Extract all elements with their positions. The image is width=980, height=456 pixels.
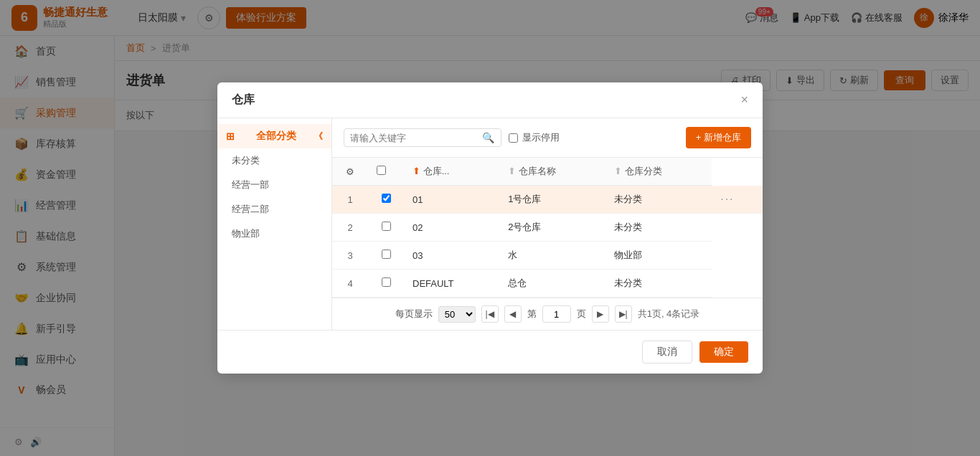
add-warehouse-button[interactable]: + 新增仓库 [686,127,751,148]
per-page-select[interactable]: 50 100 [438,306,476,323]
row-code: 01 [404,186,499,214]
cancel-button[interactable]: 取消 [642,341,692,364]
table-header-row: ⚙ ⬆ 仓库... ⬆ 仓库名称 [332,158,763,186]
row-category: 未分类 [606,186,712,214]
search-input[interactable] [350,133,479,143]
search-box: 🔍 [344,128,501,147]
table-row[interactable]: 4 DEFAULT 总仓 未分类 [332,270,763,298]
next-page-btn[interactable]: ▶ [592,305,609,323]
category-sidebar: ⊞ 全部分类 《 未分类 经营一部 经营二部 物业部 [217,118,332,330]
page-suffix: 页 [577,308,586,320]
row-code: 03 [404,242,499,270]
cat-item-ops1[interactable]: 经营一部 [217,173,331,197]
warehouse-modal: 仓库 × ⊞ 全部分类 《 未分类 经营一部 经营二部 [217,82,763,374]
cat-grid-icon: ⊞ [226,130,235,142]
row-name: 总仓 [499,270,606,298]
search-icon: 🔍 [482,132,494,143]
row-checkbox[interactable] [368,214,404,242]
row-category: 未分类 [606,214,712,242]
modal-main-panel: 🔍 显示停用 + 新增仓库 ⚙ [332,118,763,330]
modal-body: ⊞ 全部分类 《 未分类 经营一部 经营二部 物业部 [217,118,763,330]
row-actions[interactable]: ··· [712,186,763,214]
page-label: 第 [527,308,537,320]
row-category: 物业部 [606,242,712,270]
confirm-button[interactable]: 确定 [699,341,748,363]
col-name: ⬆ 仓库名称 [499,158,606,186]
cat-collapse-icon[interactable]: 《 [314,130,323,143]
select-all-checkbox[interactable] [377,166,386,175]
cat-all-label[interactable]: ⊞ 全部分类 《 [217,124,331,148]
sort-icon: ⬆ [413,166,420,176]
row-name: 1号仓库 [499,186,606,214]
pagination: 每页显示 50 100 |◀ ◀ 第 1 页 ▶ ▶| 共1页, 4条记录 [332,298,763,330]
row-checkbox[interactable] [368,270,404,298]
modal-close-button[interactable]: × [740,92,748,108]
row-checkbox[interactable] [368,186,404,214]
total-info: 共1页, 4条记录 [638,308,700,320]
last-page-btn[interactable]: ▶| [615,305,632,323]
cat-item-property[interactable]: 物业部 [217,222,331,246]
modal-title: 仓库 [232,92,255,108]
sort-icon2: ⬆ [508,166,516,176]
row-num: 1 [332,186,368,214]
search-toolbar: 🔍 显示停用 + 新增仓库 [332,118,763,158]
row-checkbox[interactable] [368,242,404,270]
row-category: 未分类 [606,270,712,298]
per-page-label: 每页显示 [395,308,433,320]
row-num: 4 [332,270,368,298]
modal-header: 仓库 × [217,82,763,118]
cat-item-ops2[interactable]: 经营二部 [217,197,331,222]
row-code: DEFAULT [404,270,499,298]
cat-all-text: 全部分类 [256,130,296,143]
modal-footer: 取消 确定 [217,330,763,374]
table-row[interactable]: 2 02 2号仓库 未分类 [332,214,763,242]
row-name: 水 [499,242,606,270]
page-input[interactable]: 1 [542,305,571,323]
col-gear: ⚙ [332,158,368,186]
warehouse-table: ⚙ ⬆ 仓库... ⬆ 仓库名称 [332,158,763,298]
table-row[interactable]: 1 01 1号仓库 未分类 ··· [332,186,763,214]
col-code: ⬆ 仓库... [404,158,499,186]
sort-icon3: ⬆ [614,166,622,176]
row-code: 02 [404,214,499,242]
row-name: 2号仓库 [499,214,606,242]
show-disabled-label: 显示停用 [509,131,560,144]
col-category: ⬆ 仓库分类 [606,158,712,186]
row-num: 3 [332,242,368,270]
first-page-btn[interactable]: |◀ [481,305,499,323]
prev-page-btn[interactable]: ◀ [504,305,522,323]
cat-item-unclassified[interactable]: 未分类 [217,148,331,173]
col-checkbox [368,158,404,186]
row-num: 2 [332,214,368,242]
table-row[interactable]: 3 03 水 物业部 [332,242,763,270]
show-disabled-checkbox[interactable] [509,133,518,143]
modal-overlay: 仓库 × ⊞ 全部分类 《 未分类 经营一部 经营二部 [0,0,980,456]
